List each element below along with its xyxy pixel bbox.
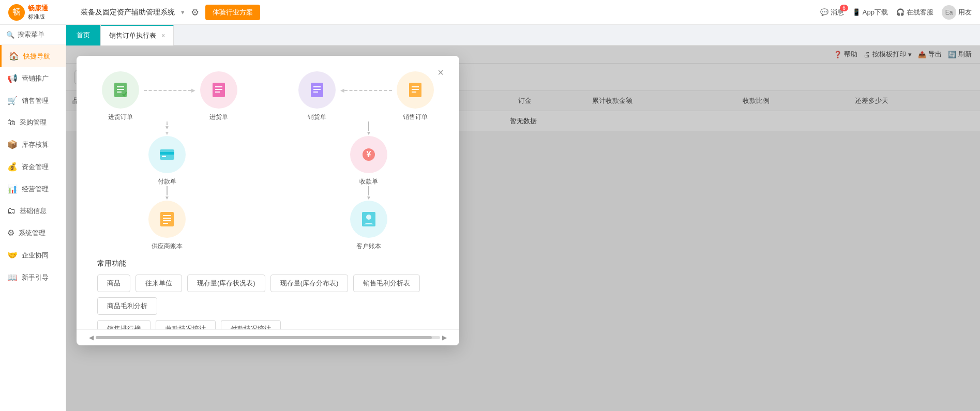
tab-close-icon[interactable]: × <box>161 32 165 39</box>
flow-top-row: 进货订单 进货单 <box>97 71 439 121</box>
online-service-btn[interactable]: 🎧 在线客服 <box>896 8 933 17</box>
func-btn-receipt-stats[interactable]: 收款情况统计 <box>156 320 216 329</box>
func-btn-sales-gross[interactable]: 销售毛利分析表 <box>353 275 420 292</box>
svg-point-27 <box>366 215 371 220</box>
scroll-right-arrow[interactable]: ▶ <box>440 334 449 341</box>
message-icon: 💬 <box>820 8 828 16</box>
sidebar-item-marketing[interactable]: 📢 营销推广 <box>0 67 66 89</box>
user-area[interactable]: Ea 用友 <box>942 5 972 20</box>
top-bar: 畅 畅康通 标准版 装备及固定资产辅助管理系统 ▾ ⚙ 体验行业方案 💬 消息 … <box>0 0 980 25</box>
service-icon: 🎧 <box>896 8 904 16</box>
flow-node-payment[interactable]: 付款单 <box>148 136 186 186</box>
sidebar-item-inventory[interactable]: 📦 库存核算 <box>0 133 66 156</box>
home-icon: 🏠 <box>9 51 19 61</box>
purchase-icon: 🛍 <box>7 118 16 127</box>
arrow-2 <box>340 87 392 93</box>
func-buttons: 商品 往来单位 现存量(库存状况表) 现存量(库存分布表) 销售毛利分析表 商品… <box>97 275 439 315</box>
message-btn[interactable]: 💬 消息 6 <box>820 8 844 17</box>
content-area: 首页 销售订单执行表 × ❓ 帮助 🖨 <box>66 25 980 411</box>
newbie-icon: 📖 <box>7 272 18 282</box>
settings-icon[interactable]: ⚙ <box>191 7 199 18</box>
topbar-right: 💬 消息 6 📱 App下载 🎧 在线客服 Ea 用友 <box>820 5 972 20</box>
scroll-left-arrow[interactable]: ◀ <box>87 334 96 341</box>
flow-middle-row: ▼ 付款单 <box>97 121 439 186</box>
sidebar-item-newbie[interactable]: 📖 新手引导 <box>0 266 66 288</box>
flow-modal: × <box>77 56 459 345</box>
func-btn-product-gross[interactable]: 商品毛利分析 <box>97 297 157 315</box>
common-functions: 常用功能 商品 往来单位 现存量(库存状况表) 现存量(库存分布表) 销售毛利分… <box>97 259 439 329</box>
purchase-bill-circle <box>200 71 237 109</box>
arrow-1 <box>144 87 195 93</box>
system-icon: ⚙ <box>7 228 14 238</box>
modal-body: 进货订单 进货单 <box>77 56 459 329</box>
flow-diagram: 进货订单 进货单 <box>97 71 439 251</box>
flow-col-customer: ▼ 客户账本 <box>345 186 392 251</box>
svg-rect-18 <box>162 156 166 157</box>
operation-icon: 📊 <box>7 184 18 194</box>
flow-node-sales-bill[interactable]: 销货单 <box>294 71 340 121</box>
page-content: ❓ 帮助 🖨 按模板打印 ▾ 📤 导出 🔄 <box>66 45 980 411</box>
inventory-icon: 📦 <box>7 140 18 149</box>
sidebar-item-sales[interactable]: 🛒 销售管理 <box>0 89 66 112</box>
tab-bar: 首页 销售订单执行表 × <box>66 25 980 45</box>
flow-node-receipt[interactable]: ¥ 收款单 <box>350 136 387 186</box>
sidebar-item-basic[interactable]: 🗂 基础信息 <box>0 200 66 222</box>
func-btn-stock-dist[interactable]: 现存量(库存分布表) <box>270 275 349 292</box>
purchase-order-circle <box>102 71 139 109</box>
search-icon: 🔍 <box>6 31 14 39</box>
sales-icon: 🛒 <box>7 96 18 105</box>
svg-text:¥: ¥ <box>367 150 371 159</box>
sidebar-item-quick-nav[interactable]: 🏠 快捷导航 <box>0 45 66 67</box>
customer-account-circle <box>350 201 387 238</box>
tab-sales-order-exec[interactable]: 销售订单执行表 × <box>101 25 174 45</box>
title-dropdown-icon[interactable]: ▾ <box>181 8 185 16</box>
marketing-icon: 📢 <box>7 73 18 83</box>
flow-col-payment: ▼ 付款单 <box>144 121 190 186</box>
flow-node-purchase-bill[interactable]: 进货单 <box>195 71 242 121</box>
sidebar-item-purchase[interactable]: 🛍 采购管理 <box>0 112 66 133</box>
basic-icon: 🗂 <box>7 206 16 216</box>
supplier-account-circle <box>148 201 186 238</box>
modal-overlay[interactable]: × <box>66 45 980 411</box>
sidebar-item-corp[interactable]: 🤝 企业协同 <box>0 244 66 266</box>
flow-bottom-row: ▼ 供应商账本 <box>97 186 439 251</box>
sidebar-item-system[interactable]: ⚙ 系统管理 <box>0 222 66 244</box>
search-menu-btn[interactable]: 🔍 搜索菜单 <box>0 25 66 45</box>
logo-icon: 畅 <box>8 4 25 21</box>
tab-home[interactable]: 首页 <box>66 25 101 45</box>
sidebar-item-operation[interactable]: 📊 经营管理 <box>0 178 66 200</box>
sidebar-item-finance[interactable]: 💰 资金管理 <box>0 156 66 178</box>
avatar: Ea <box>942 5 956 20</box>
scrollbar-track[interactable] <box>96 336 440 339</box>
flow-node-purchase-order[interactable]: 进货订单 <box>97 71 144 121</box>
flow-col-receipt: ▼ ¥ 收款单 <box>345 121 392 186</box>
logo-area: 畅 畅康通 标准版 <box>8 4 74 21</box>
payment-circle <box>148 136 186 173</box>
common-title: 常用功能 <box>97 259 439 268</box>
flow-node-supplier-account[interactable]: 供应商账本 <box>148 201 186 251</box>
sidebar: 🔍 搜索菜单 🏠 快捷导航 📢 营销推广 🛒 销售管理 🛍 采购管理 📦 <box>0 25 66 411</box>
arrow-down-1: ▼ <box>164 121 170 136</box>
flow-col-supplier: ▼ 供应商账本 <box>144 186 190 251</box>
arrow-down-4: ▼ <box>366 186 371 201</box>
download-icon: 📱 <box>852 8 861 16</box>
func-btn-partner[interactable]: 往来单位 <box>135 275 182 292</box>
arrow-down-3: ▼ <box>164 186 170 201</box>
func-btn-product[interactable]: 商品 <box>97 275 130 292</box>
func-btn-sales-rank[interactable]: 销售排行榜 <box>97 320 150 329</box>
message-badge: 6 <box>840 5 848 11</box>
arrow-down-2: ▼ <box>366 121 371 136</box>
app-download-btn[interactable]: 📱 App下载 <box>852 8 888 17</box>
flow-node-customer-account[interactable]: 客户账本 <box>350 201 387 251</box>
modal-close-btn[interactable]: × <box>428 60 453 85</box>
func-btn-stock-status[interactable]: 现存量(库存状况表) <box>187 275 265 292</box>
receipt-circle: ¥ <box>350 136 387 173</box>
trial-button[interactable]: 体验行业方案 <box>205 5 260 20</box>
func-buttons-row2: 销售排行榜 收款情况统计 付款情况统计 <box>97 320 439 329</box>
logo-text: 畅康通 标准版 <box>28 4 48 20</box>
scrollbar-thumb[interactable] <box>96 336 432 339</box>
svg-rect-21 <box>160 212 174 226</box>
modal-footer-scroll: ◀ ▶ <box>77 329 459 345</box>
func-btn-payment-stats[interactable]: 付款情况统计 <box>221 320 281 329</box>
system-title: 装备及固定资产辅助管理系统 <box>81 8 175 17</box>
